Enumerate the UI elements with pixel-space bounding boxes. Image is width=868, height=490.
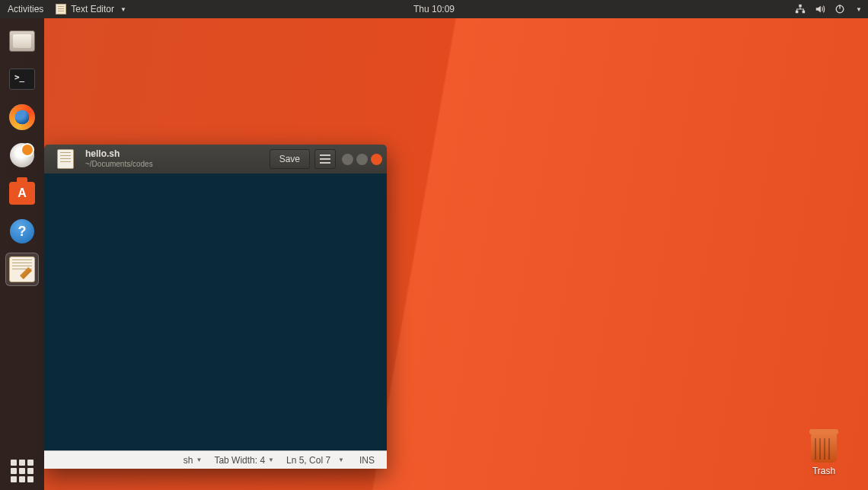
minimize-button[interactable] <box>342 154 353 165</box>
cursor-position-selector[interactable]: Ln 5, Col 7 <box>282 455 335 466</box>
svg-rect-1 <box>796 11 799 14</box>
insert-mode-label: INS <box>359 455 375 466</box>
hamburger-menu-button[interactable] <box>314 149 336 169</box>
show-applications-button[interactable] <box>11 460 34 482</box>
tab-width-label: Tab Width: 4 <box>214 455 265 466</box>
network-icon <box>795 4 806 14</box>
header-bar[interactable]: hello.sh ~/Documents/codes Save <box>44 145 387 173</box>
app-menu[interactable]: Text Editor ▼ <box>51 4 131 14</box>
chevron-down-icon: ▼ <box>120 6 126 13</box>
dock-item-software[interactable] <box>5 177 39 210</box>
dock-item-firefox[interactable] <box>5 100 39 134</box>
gedit-window: hello.sh ~/Documents/codes Save sh ▼ Tab… <box>44 145 387 469</box>
app-menu-label: Text Editor <box>71 4 114 14</box>
chevron-down-icon: ▼ <box>196 457 202 463</box>
tab-width-selector[interactable]: Tab Width: 4 ▼ <box>209 455 279 466</box>
power-icon <box>834 4 845 14</box>
terminal-icon <box>9 68 35 90</box>
dock-item-gedit[interactable] <box>5 253 39 286</box>
window-title-area: hello.sh ~/Documents/codes <box>85 149 270 168</box>
disk-icon <box>10 143 34 167</box>
language-selector[interactable]: sh ▼ <box>179 455 207 466</box>
dock-item-disk[interactable] <box>5 138 39 172</box>
trash-icon <box>811 434 837 463</box>
firefox-icon <box>9 104 35 130</box>
chevron-down-icon: ▼ <box>268 457 274 463</box>
window-controls <box>342 154 382 165</box>
window-title: hello.sh <box>85 149 270 160</box>
top-panel: Activities Text Editor ▼ Thu 10:09 ▼ <box>0 0 868 18</box>
text-editor-icon <box>56 4 66 14</box>
maximize-button[interactable] <box>356 154 368 165</box>
clock[interactable]: Thu 10:09 <box>413 4 455 14</box>
dock-item-terminal[interactable] <box>5 62 39 96</box>
language-label: sh <box>183 455 193 466</box>
status-area[interactable]: ▼ <box>795 4 862 14</box>
software-icon <box>9 182 35 205</box>
desktop-trash[interactable]: Trash <box>801 434 847 476</box>
dock-item-help[interactable]: ? <box>5 215 39 248</box>
close-button[interactable] <box>371 154 382 165</box>
svg-rect-4 <box>839 5 840 8</box>
volume-icon <box>815 4 825 14</box>
window-subtitle: ~/Documents/codes <box>85 160 270 169</box>
files-icon <box>9 30 35 52</box>
editor-area[interactable] <box>44 173 387 450</box>
insert-mode[interactable]: INS <box>355 455 379 466</box>
chevron-down-icon: ▼ <box>338 457 352 463</box>
svg-rect-2 <box>803 11 806 14</box>
save-button[interactable]: Save <box>270 149 310 169</box>
dock-item-files[interactable] <box>5 24 39 58</box>
chevron-down-icon: ▼ <box>856 6 862 13</box>
trash-label: Trash <box>812 466 835 476</box>
launcher-dock: ? <box>0 18 44 490</box>
status-bar: sh ▼ Tab Width: 4 ▼ Ln 5, Col 7 ▼ INS <box>44 450 387 469</box>
cursor-position-label: Ln 5, Col 7 <box>286 455 330 466</box>
open-document-button[interactable] <box>57 149 74 169</box>
gedit-icon <box>9 256 35 282</box>
svg-rect-0 <box>799 5 802 8</box>
activities-button[interactable]: Activities <box>0 4 51 14</box>
help-icon: ? <box>10 219 34 243</box>
